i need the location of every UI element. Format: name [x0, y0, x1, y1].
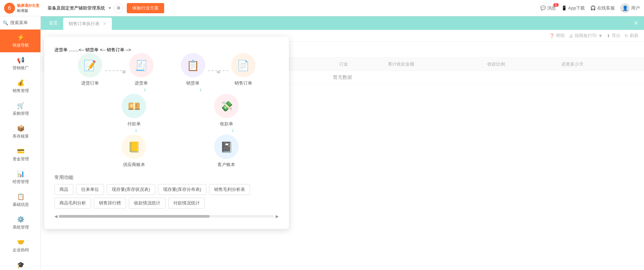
system-name: 装备及固定资产辅助管理系统: [48, 5, 105, 11]
search-icon: 🔍: [3, 20, 8, 25]
function-buttons: 商品 往来单位 现存量(库存状况表) 现存量(库存分布表) 销售毛利分析表 商品…: [54, 184, 279, 209]
sales-order-icon: 📄: [237, 59, 249, 71]
func-btn-sales-ranking[interactable]: 销售排行榜: [94, 198, 126, 209]
download-icon: 📱: [561, 5, 567, 11]
flow-item-payment[interactable]: 💴 付款单: [122, 94, 146, 127]
sidebar-item-finance[interactable]: 💳 资金管理: [0, 143, 40, 166]
modal-overlay: 进货单 ........<-- 销货单 <-- 销售订单 --> 📝 进货订: [41, 16, 644, 270]
quick-nav-icon: ⚡: [17, 34, 24, 41]
gear-button[interactable]: ⚙: [114, 3, 123, 13]
basic-info-icon: 📋: [17, 193, 24, 200]
avatar: 👤: [620, 3, 630, 13]
supplier-ledger-icon: 📒: [128, 141, 140, 153]
flow-item-purchase-order[interactable]: 📝 进货订单: [78, 53, 102, 86]
func-btn-sales-profit-table[interactable]: 销售毛利分析表: [209, 184, 250, 195]
func-btn-product-profit[interactable]: 商品毛利分析: [54, 198, 91, 209]
sidebar-item-inventory[interactable]: 📦 库存核算: [0, 121, 40, 143]
sidebar-item-basic-info[interactable]: 📋 基础信息: [0, 189, 40, 212]
flow-item-customer-ledger[interactable]: 📓 客户账本: [214, 134, 239, 168]
operations-icon: 📊: [17, 170, 24, 178]
sidebar-item-purchase[interactable]: 🛒 采购管理: [0, 98, 40, 121]
marketing-icon: 📢: [17, 56, 24, 64]
flow-diagram: 📝 进货订单 ▶ 🧾: [54, 53, 279, 168]
common-functions-title: 常用功能: [54, 175, 279, 181]
app-download-button[interactable]: 📱 App下载: [561, 5, 585, 11]
sidebar-item-operations[interactable]: 📊 经营管理: [0, 166, 40, 189]
system-icon: ⚙️: [17, 216, 24, 223]
common-functions: 常用功能 商品 往来单位 现存量(库存状况表) 现存量(库存分布表) 销售毛利分…: [54, 175, 279, 209]
user-menu[interactable]: 👤 用户: [620, 3, 640, 13]
scroll-left-arrow[interactable]: ◀: [54, 214, 57, 219]
sidebar-item-guide[interactable]: 🎓 新手引导: [0, 257, 40, 270]
flow-item-purchase-bill[interactable]: 🧾 进货单: [129, 53, 154, 86]
flow-item-sales-bill[interactable]: 📋 销货单: [181, 53, 205, 86]
guide-icon: 🎓: [17, 261, 24, 269]
content-area: 首页 销售订单执行表 ✕ ✕ ❓ 帮助 🖨 按: [41, 16, 644, 270]
flow-modal: 进货单 ........<-- 销货单 <-- 销售订单 --> 📝 进货订: [44, 37, 289, 229]
scroll-thumb: [59, 215, 210, 218]
sidebar-search[interactable]: 🔍 搜索菜单: [0, 16, 40, 30]
message-badge: 5: [553, 3, 559, 7]
finance-icon: 💳: [17, 147, 24, 155]
customer-ledger-icon: 📓: [220, 141, 233, 153]
service-icon: 🎧: [590, 5, 596, 11]
func-btn-stock-status[interactable]: 现存量(库存状况表): [107, 184, 155, 195]
sales-bill-icon: 📋: [187, 59, 199, 71]
logo-area: 6 畅康通好生意 标准版: [4, 3, 45, 14]
message-icon: 💬: [540, 5, 546, 11]
sales-icon: 💰: [17, 79, 24, 87]
func-btn-counterparty[interactable]: 往来单位: [76, 184, 104, 195]
flow-item-receipt[interactable]: 💸 收款单: [214, 94, 239, 127]
logo-icon: 6: [4, 3, 15, 14]
top-right-actions: 💬 消息 5 📱 App下载 🎧 在线客服 👤 用户: [540, 3, 640, 13]
func-btn-stock-dist[interactable]: 现存量(库存分布表): [158, 184, 207, 195]
modal-scrollbar: ◀ ▶: [54, 214, 279, 219]
scroll-track[interactable]: [59, 215, 274, 218]
sidebar-item-marketing[interactable]: 📢 营销推广: [0, 52, 40, 75]
scroll-right-arrow[interactable]: ▶: [276, 214, 279, 219]
sidebar-item-sales[interactable]: 💰 销售管理: [0, 75, 40, 98]
enterprise-icon: 🤝: [17, 238, 24, 246]
trial-button[interactable]: 体验行业方案: [127, 3, 164, 13]
purchase-order-icon: 📝: [84, 59, 96, 71]
system-title: 装备及固定资产辅助管理系统 ▼: [48, 5, 112, 11]
inventory-icon: 📦: [17, 125, 24, 132]
func-btn-receipt-stats[interactable]: 收款情况统计: [129, 198, 166, 209]
receipt-icon: 💸: [220, 100, 233, 112]
payment-icon: 💴: [128, 100, 140, 112]
func-btn-product[interactable]: 商品: [54, 184, 73, 195]
logo-text: 畅康通好生意 标准版: [17, 3, 39, 13]
flow-item-supplier-ledger[interactable]: 📒 供应商账本: [122, 134, 146, 168]
sidebar: 🔍 搜索菜单 ⚡ 快捷导航 📢 营销推广 💰 销售管理 🛒 采购管理 📦: [0, 16, 41, 270]
message-button[interactable]: 💬 消息 5: [540, 5, 556, 11]
sidebar-item-quick-nav[interactable]: ⚡ 快捷导航: [0, 30, 40, 52]
online-service-button[interactable]: 🎧 在线客服: [590, 5, 615, 11]
sidebar-item-system[interactable]: ⚙️ 系统管理: [0, 212, 40, 234]
sidebar-item-enterprise[interactable]: 🤝 企业协同: [0, 234, 40, 257]
system-dropdown-icon[interactable]: ▼: [108, 6, 112, 11]
purchase-icon: 🛒: [17, 102, 24, 109]
flow-item-sales-order[interactable]: 📄 销售订单: [231, 53, 256, 86]
func-btn-payment-stats[interactable]: 付款情况统计: [168, 198, 205, 209]
purchase-bill-icon: 🧾: [135, 59, 147, 71]
